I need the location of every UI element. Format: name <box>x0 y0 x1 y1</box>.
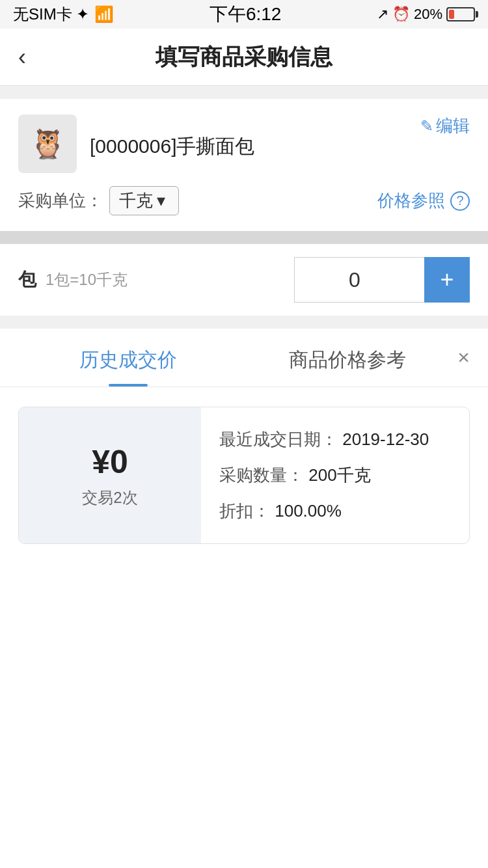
battery-icon <box>446 7 475 21</box>
trade-count: 交易2次 <box>82 487 137 508</box>
quantity-input-area: + <box>294 257 470 303</box>
carrier-text: 无SIM卡 ✦ <box>13 4 89 25</box>
price-value: 0 <box>110 444 128 480</box>
discount-value: 100.00% <box>275 501 342 521</box>
product-image: 🦉 <box>18 115 77 173</box>
status-time: 下午6:12 <box>210 2 282 27</box>
gray-divider <box>0 231 488 244</box>
quantity-value: 200千克 <box>308 465 370 485</box>
product-header: 🦉 [0000006]手撕面包 ✎ 编辑 <box>18 115 470 173</box>
location-icon: ↗ <box>377 6 388 23</box>
alarm-icon: ⏰ <box>392 6 410 23</box>
price-currency: ¥ <box>92 444 110 480</box>
back-button[interactable]: ‹ <box>18 44 26 71</box>
price-ref-label: 价格参照 <box>377 189 445 212</box>
product-left: 🦉 [0000006]手撕面包 <box>18 115 254 173</box>
date-label: 最近成交日期： <box>219 429 338 449</box>
quantity-plus-button[interactable]: + <box>424 257 470 303</box>
edit-icon: ✎ <box>420 117 433 135</box>
edit-button[interactable]: ✎ 编辑 <box>420 115 470 137</box>
product-logo-icon: 🦉 <box>30 127 66 161</box>
price-ref-button[interactable]: 价格参照 ? <box>377 189 470 212</box>
product-section: 🦉 [0000006]手撕面包 ✎ 编辑 采购单位： 千克 ▾ 价格参照 ? <box>0 99 488 231</box>
price-cards: ¥0 交易2次 最近成交日期： 2019-12-30 采购数量： 200千克 折… <box>0 387 488 563</box>
price-card-right: 最近成交日期： 2019-12-30 采购数量： 200千克 折扣： 100.0… <box>201 407 469 543</box>
unit-value: 千克 <box>119 189 153 212</box>
unit-select[interactable]: 千克 ▾ <box>109 186 179 215</box>
dropdown-icon: ▾ <box>157 191 165 211</box>
tab-close-button[interactable]: × <box>457 332 470 383</box>
price-main-value: ¥0 <box>92 443 128 481</box>
quantity-hint: 1包=10千克 <box>46 269 128 290</box>
quantity-left: 包 1包=10千克 <box>18 267 128 292</box>
wifi-icon: 📶 <box>94 5 114 23</box>
unit-label-text: 采购单位： <box>18 189 103 212</box>
status-bar: 无SIM卡 ✦ 📶 下午6:12 ↗ ⏰ 20% <box>0 0 488 29</box>
discount-row: 折扣： 100.00% <box>219 498 451 524</box>
page-title: 填写商品采购信息 <box>156 42 332 72</box>
edit-label: 编辑 <box>436 115 470 137</box>
quantity-section: 包 1包=10千克 + <box>0 244 488 316</box>
price-ref-help-icon: ? <box>450 191 470 211</box>
tab-price-reference[interactable]: 商品价格参考 <box>238 329 458 387</box>
quantity-unit: 包 <box>18 267 36 292</box>
tab-history-price[interactable]: 历史成交价 <box>18 329 238 387</box>
status-left: 无SIM卡 ✦ 📶 <box>13 4 114 25</box>
quantity-label: 采购数量： <box>219 465 304 485</box>
tabs-header: 历史成交价 商品价格参考 × <box>0 329 488 387</box>
bottom-area <box>0 563 488 868</box>
purchase-quantity-row: 采购数量： 200千克 <box>219 463 451 488</box>
tabs-section: 历史成交价 商品价格参考 × ¥0 交易2次 最近成交日期： 2019-12-3… <box>0 329 488 563</box>
discount-label: 折扣： <box>219 501 270 521</box>
price-card: ¥0 交易2次 最近成交日期： 2019-12-30 采购数量： 200千克 折… <box>18 407 470 544</box>
nav-bar: ‹ 填写商品采购信息 <box>0 29 488 86</box>
battery-percent: 20% <box>414 6 442 23</box>
quantity-input[interactable] <box>294 257 424 303</box>
status-right: ↗ ⏰ 20% <box>377 6 475 23</box>
unit-label: 采购单位： 千克 ▾ <box>18 186 179 215</box>
product-unit-row: 采购单位： 千克 ▾ 价格参照 ? <box>18 186 470 215</box>
product-name: [0000006]手撕面包 <box>90 133 254 160</box>
last-trade-date-row: 最近成交日期： 2019-12-30 <box>219 427 451 452</box>
price-card-left: ¥0 交易2次 <box>19 407 201 543</box>
date-value: 2019-12-30 <box>342 429 429 449</box>
